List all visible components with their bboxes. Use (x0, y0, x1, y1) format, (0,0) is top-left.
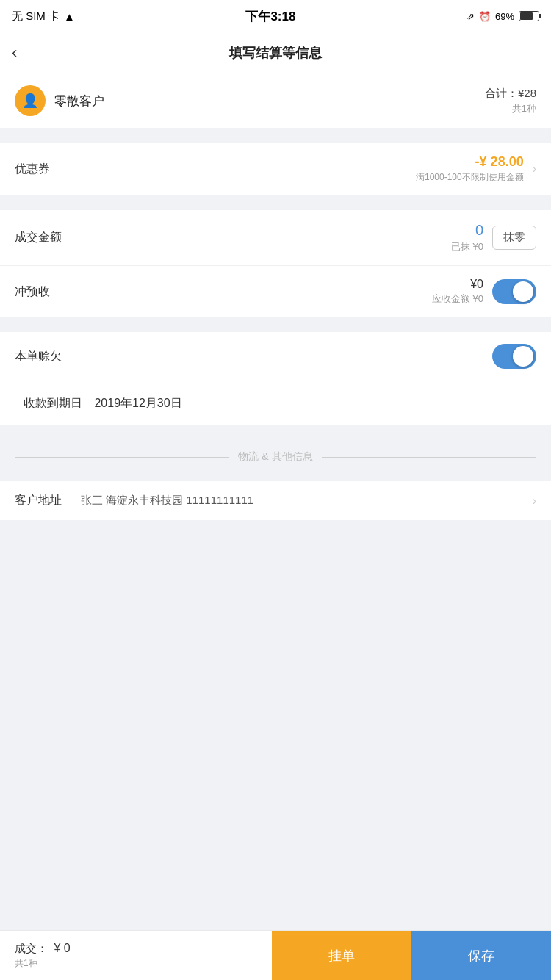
customer-info-right: 合计：¥28 共1种 (485, 87, 536, 115)
nav-bar: ‹ 填写结算等信息 (0, 32, 551, 73)
debt-toggle[interactable] (492, 344, 536, 369)
due-date-row: 收款到期日 2019年12月30日 (0, 381, 551, 425)
bottom-bar: 成交： ¥ 0 共1种 挂单 保存 (0, 930, 551, 980)
toggle-thumb (513, 281, 533, 302)
transaction-row: 成交金额 已抹 ¥0 抹零 (0, 210, 551, 266)
content-area: 👤 零散客户 合计：¥28 共1种 优惠券 -¥ 28.00 满1000-100… (0, 73, 551, 726)
carrier-label: 无 SIM 卡 (12, 10, 60, 24)
coupon-amount: -¥ 28.00 (416, 154, 524, 170)
customer-total: 合计：¥28 (485, 87, 536, 101)
gap5 (0, 474, 551, 481)
transaction-section: 成交金额 已抹 ¥0 抹零 冲预收 ¥0 应收金额 (0, 210, 551, 317)
transaction-amount-input[interactable] (439, 222, 483, 239)
customer-name: 零散客户 (54, 93, 104, 109)
coupon-desc: 满1000-100不限制使用金额 (416, 171, 524, 184)
status-right: ⇗ ⏰ 69% (467, 11, 539, 22)
coupon-right: -¥ 28.00 满1000-100不限制使用金额 › (73, 154, 536, 184)
page-title: 填写结算等信息 (229, 44, 322, 62)
debt-toggle-thumb (513, 346, 533, 367)
prepayment-value-col: ¥0 应收金额 ¥0 (432, 278, 483, 306)
gap1 (0, 135, 551, 143)
debt-row: 本单赊欠 (0, 332, 551, 381)
save-button[interactable]: 保存 (411, 931, 551, 981)
address-chevron-icon: › (533, 494, 536, 508)
divider-section: 物流 & 其他信息 (0, 440, 551, 474)
customer-info-left: 👤 零散客户 (15, 85, 104, 116)
debt-right (73, 344, 536, 369)
toggle-track (492, 279, 536, 304)
prepayment-toggle[interactable] (492, 279, 536, 304)
deal-amount: ¥ 0 (54, 942, 70, 954)
debt-toggle-track (492, 344, 536, 369)
gap3 (0, 325, 551, 332)
divider-text: 物流 & 其他信息 (238, 450, 312, 464)
debt-section: 本单赊欠 收款到期日 2019年12月30日 (0, 332, 551, 425)
coupon-row[interactable]: 优惠券 -¥ 28.00 满1000-100不限制使用金额 › (0, 143, 551, 195)
transaction-label: 成交金额 (15, 230, 73, 245)
status-bar: 无 SIM 卡 ▲ 下午3:18 ⇗ ⏰ 69% (0, 0, 551, 32)
address-value: 张三 海淀永丰科技园 11111111111 (81, 494, 533, 508)
status-left: 无 SIM 卡 ▲ (12, 10, 75, 24)
bottom-count: 共1种 (15, 957, 257, 970)
already-rounded-value: ¥0 (473, 241, 483, 252)
already-rounded-text: 已抹 (451, 241, 470, 252)
prepayment-row: 冲预收 ¥0 应收金额 ¥0 (0, 266, 551, 317)
prepayment-right: ¥0 应收金额 ¥0 (73, 278, 536, 306)
customer-row: 👤 零散客户 合计：¥28 共1种 (0, 73, 551, 128)
transaction-right: 已抹 ¥0 抹零 (73, 222, 536, 253)
divider-line: 物流 & 其他信息 (15, 450, 536, 464)
prepayment-amount: ¥0 (432, 278, 483, 291)
avatar: 👤 (15, 85, 46, 116)
address-label: 客户地址 (15, 493, 73, 508)
deal-label: 成交： (15, 942, 48, 954)
debt-label: 本单赊欠 (15, 349, 73, 364)
transaction-value-col: 已抹 ¥0 (439, 222, 483, 253)
empty-space (0, 520, 551, 667)
coupon-label: 优惠券 (15, 162, 73, 177)
prepayment-label: 冲预收 (15, 284, 73, 300)
alarm-icon: ⏰ (479, 11, 491, 22)
location-icon: ⇗ (467, 11, 475, 22)
coupon-chevron-icon: › (533, 162, 536, 176)
gap4 (0, 433, 551, 440)
due-date-value: 2019年12月30日 (94, 397, 181, 409)
receivable-label: 应收金额 ¥0 (432, 292, 483, 306)
wifi-icon: ▲ (64, 10, 75, 23)
gap2 (0, 203, 551, 210)
bottom-info: 成交： ¥ 0 共1种 (0, 942, 272, 970)
address-row[interactable]: 客户地址 张三 海淀永丰科技园 11111111111 › (0, 481, 551, 520)
battery-icon (519, 11, 539, 21)
coupon-section: 优惠券 -¥ 28.00 满1000-100不限制使用金额 › (0, 143, 551, 195)
customer-count: 共1种 (485, 102, 536, 115)
battery-percent: 69% (495, 11, 514, 22)
bottom-deal-row: 成交： ¥ 0 (15, 942, 257, 956)
back-button[interactable]: ‹ (6, 37, 23, 68)
round-off-button[interactable]: 抹零 (492, 226, 536, 250)
avatar-icon: 👤 (22, 93, 38, 109)
rounded-label: 已抹 ¥0 (439, 240, 483, 253)
status-time: 下午3:18 (245, 8, 295, 25)
due-date-label: 收款到期日 (24, 397, 82, 409)
hold-button[interactable]: 挂单 (272, 931, 411, 981)
due-date-content: 收款到期日 2019年12月30日 (15, 396, 182, 411)
coupon-value-col: -¥ 28.00 满1000-100不限制使用金额 (416, 154, 524, 184)
